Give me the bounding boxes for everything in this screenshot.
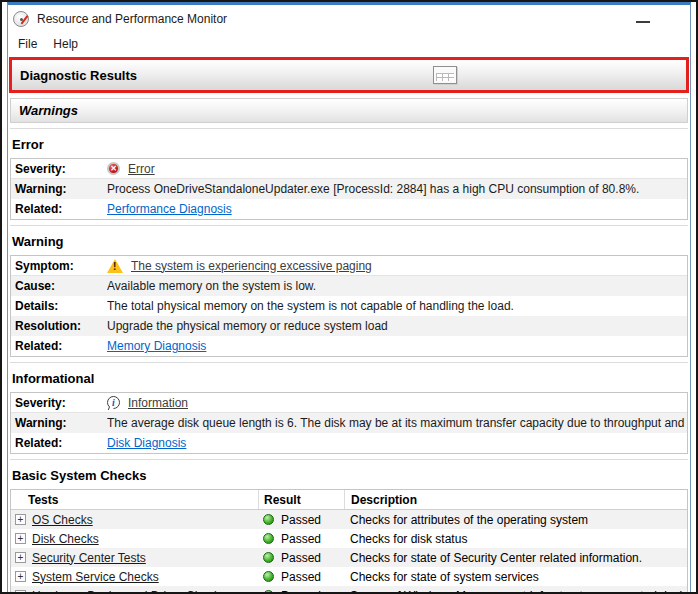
- checks-header-row: TestsResultDescription: [11, 490, 687, 510]
- result-cell: Passed: [258, 567, 344, 586]
- row-label: Severity:: [11, 396, 107, 410]
- basic-system-checks-table: TestsResultDescriptionOS ChecksPassedChe…: [10, 489, 688, 592]
- passed-status-icon: [263, 552, 274, 563]
- diagnostic-results-banner-highlight: Diagnostic Results: [9, 57, 689, 93]
- result-cell: Passed: [258, 510, 344, 529]
- row-text: Process OneDriveStandaloneUpdater.exe [P…: [107, 182, 639, 196]
- disk-checks-link[interactable]: Disk Checks: [32, 532, 99, 546]
- expand-plus-icon[interactable]: [15, 514, 26, 525]
- section-warning: WarningSymptom:The system is experiencin…: [10, 225, 688, 357]
- diagnostic-results-banner[interactable]: Diagnostic Results: [12, 60, 686, 90]
- table-row: Details:The total physical memory on the…: [11, 296, 687, 316]
- row-value: Error: [107, 162, 687, 176]
- row-label: Symptom:: [11, 259, 107, 273]
- row-label: Warning:: [11, 416, 107, 430]
- tests-cell: Disk Checks: [11, 532, 258, 546]
- section-basic-system-checks: Basic System Checks TestsResultDescripti…: [10, 459, 688, 592]
- row-text: Available memory on the system is low.: [107, 279, 316, 293]
- description-cell: Survey of Windows Management Infrastruct…: [344, 586, 687, 592]
- row-value: The total physical memory on the system …: [107, 299, 687, 313]
- column-header-tests: Tests: [11, 493, 258, 507]
- menu-file[interactable]: File: [18, 37, 37, 51]
- result-cell: Passed: [258, 586, 344, 592]
- tests-cell: Security Center Tests: [11, 551, 258, 565]
- result-text: Passed: [281, 589, 321, 593]
- table-row: Related:Disk Diagnosis: [11, 433, 687, 453]
- row-label: Cause:: [11, 279, 107, 293]
- table-row: Warning:Process OneDriveStandaloneUpdate…: [11, 179, 687, 199]
- passed-status-icon: [263, 571, 274, 582]
- table-row: Related:Performance Diagnosis: [11, 199, 687, 219]
- row-label: Related:: [11, 436, 107, 450]
- performance-diagnosis-link[interactable]: Performance Diagnosis: [107, 202, 232, 216]
- disk-diagnosis-link[interactable]: Disk Diagnosis: [107, 436, 186, 450]
- expand-plus-icon[interactable]: [15, 552, 26, 563]
- minimize-button[interactable]: [636, 21, 650, 23]
- passed-status-icon: [263, 514, 274, 525]
- table-row: Disk ChecksPassedChecks for disk status: [11, 529, 687, 548]
- section-heading: Error: [10, 133, 688, 158]
- table-row: Symptom:The system is experiencing exces…: [11, 256, 687, 276]
- memory-diagnosis-link[interactable]: Memory Diagnosis: [107, 339, 206, 353]
- table-row: Warning:The average disk queue length is…: [11, 413, 687, 433]
- result-text: Passed: [281, 551, 321, 565]
- row-value: Performance Diagnosis: [107, 202, 687, 216]
- error-icon: [107, 162, 120, 175]
- security-center-tests-link[interactable]: Security Center Tests: [32, 551, 146, 565]
- menu-help[interactable]: Help: [53, 37, 78, 51]
- row-value: Available memory on the system is low.: [107, 279, 687, 293]
- row-text: Upgrade the physical memory or reduce sy…: [107, 319, 388, 333]
- description-text: Checks for state of system services: [350, 570, 539, 584]
- table-row: System Service ChecksPassedChecks for st…: [11, 567, 687, 586]
- performance-monitor-app-icon: [13, 11, 29, 27]
- description-text: Checks for state of Security Center rela…: [350, 551, 642, 565]
- table-row: Resolution:Upgrade the physical memory o…: [11, 316, 687, 336]
- result-cell: Passed: [258, 548, 344, 567]
- table-row: Related:Memory Diagnosis: [11, 336, 687, 356]
- os-checks-link[interactable]: OS Checks: [32, 513, 93, 527]
- result-text: Passed: [281, 532, 321, 546]
- menu-bar: FileHelp: [8, 32, 690, 55]
- sections: ErrorSeverity:ErrorWarning:Process OneDr…: [8, 128, 690, 454]
- row-label: Severity:: [11, 162, 107, 176]
- column-header-result: Result: [258, 490, 344, 509]
- report-table-icon[interactable]: [433, 66, 457, 84]
- tests-cell: Hardware Device and Driver Checks: [11, 589, 258, 593]
- warnings-title: Warnings: [11, 103, 78, 118]
- section-heading: Warning: [10, 230, 688, 255]
- table-row: OS ChecksPassedChecks for attributes of …: [11, 510, 687, 529]
- description-text: Checks for attributes of the operating s…: [350, 513, 588, 527]
- row-text: The total physical memory on the system …: [107, 299, 514, 313]
- table-row: Cause:Available memory on the system is …: [11, 276, 687, 296]
- row-value: The system is experiencing excessive pag…: [107, 259, 687, 273]
- row-label: Related:: [11, 339, 107, 353]
- description-text: Checks for disk status: [350, 532, 467, 546]
- expand-plus-icon[interactable]: [15, 571, 26, 582]
- hardware-device-and-driver-checks-link[interactable]: Hardware Device and Driver Checks: [32, 589, 226, 593]
- row-label: Details:: [11, 299, 107, 313]
- resource-performance-monitor-window: Resource and Performance Monitor FileHel…: [7, 2, 691, 592]
- passed-status-icon: [263, 590, 274, 592]
- the-system-is-experiencing-excessive-paging-link[interactable]: The system is experiencing excessive pag…: [131, 259, 372, 273]
- row-text: The average disk queue length is 6. The …: [107, 416, 687, 430]
- error-link[interactable]: Error: [128, 162, 155, 176]
- expand-plus-icon[interactable]: [15, 590, 26, 592]
- table-row: Severity:Information: [11, 393, 687, 413]
- description-text: Survey of Windows Management Infrastruct…: [350, 589, 687, 593]
- table-row: Severity:Error: [11, 159, 687, 179]
- warnings-section-bar[interactable]: Warnings: [10, 98, 688, 123]
- system-service-checks-link[interactable]: System Service Checks: [32, 570, 159, 584]
- row-value: Memory Diagnosis: [107, 339, 687, 353]
- title-bar: Resource and Performance Monitor: [8, 5, 690, 32]
- column-header-description: Description: [344, 490, 687, 509]
- description-cell: Checks for state of system services: [344, 567, 687, 586]
- expand-plus-icon[interactable]: [15, 533, 26, 544]
- basic-system-checks-title: Basic System Checks: [10, 464, 688, 489]
- section-heading: Informational: [10, 367, 688, 392]
- row-label: Warning:: [11, 182, 107, 196]
- table-row: Security Center TestsPassedChecks for st…: [11, 548, 687, 567]
- information-link[interactable]: Information: [128, 396, 188, 410]
- row-value: The average disk queue length is 6. The …: [107, 416, 687, 430]
- row-value: Disk Diagnosis: [107, 436, 687, 450]
- description-cell: Checks for state of Security Center rela…: [344, 548, 687, 567]
